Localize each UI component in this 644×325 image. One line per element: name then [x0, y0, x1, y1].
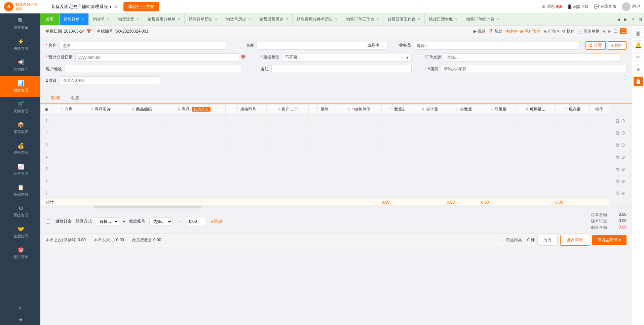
- table-cell[interactable]: [413, 187, 447, 199]
- customer-input[interactable]: [59, 42, 226, 50]
- view-button[interactable]: ▶ 视频: [473, 29, 486, 34]
- prev-record-icon[interactable]: ◀: [602, 29, 605, 34]
- table-cell[interactable]: [309, 175, 336, 187]
- table-cell[interactable]: [309, 139, 336, 151]
- right-panel-icon-5[interactable]: 📋: [634, 77, 643, 86]
- table-cell[interactable]: [336, 187, 382, 199]
- table-cell[interactable]: [336, 139, 382, 151]
- table-cell[interactable]: [382, 151, 413, 163]
- copy-icon[interactable]: ⊕: [621, 142, 625, 148]
- sidebar-item-enterprise[interactable]: 🤝 企业协同: [0, 222, 40, 243]
- shortcut-button[interactable]: 快捷键: [505, 29, 517, 34]
- tab-home[interactable]: 首页: [40, 13, 60, 26]
- close-tab-icon[interactable]: ✕: [248, 17, 251, 21]
- table-cell[interactable]: [481, 115, 516, 127]
- table-cell[interactable]: [555, 175, 590, 187]
- table-cell[interactable]: [382, 187, 413, 199]
- deposit-amount-input[interactable]: [187, 218, 207, 225]
- table-cell[interactable]: [382, 139, 413, 151]
- table-cell[interactable]: [336, 127, 382, 139]
- table-cell[interactable]: [413, 115, 447, 127]
- table-cell[interactable]: [413, 163, 447, 175]
- copy-icon[interactable]: ⊕: [621, 118, 625, 123]
- table-cell[interactable]: [121, 175, 162, 187]
- copy-icon[interactable]: ⊕: [621, 154, 625, 160]
- tab-summary[interactable]: 汇总: [65, 92, 85, 104]
- warehouse-input[interactable]: [257, 42, 388, 50]
- table-cell[interactable]: [309, 187, 336, 199]
- table-cell[interactable]: [225, 115, 267, 127]
- table-cell[interactable]: [225, 139, 267, 151]
- right-panel-icon-3[interactable]: ✏: [634, 52, 643, 62]
- close-tab-icon[interactable]: ✕: [496, 17, 499, 21]
- add-material-button[interactable]: + 物料: [608, 41, 627, 50]
- table-cell[interactable]: [80, 187, 121, 199]
- table-cell[interactable]: [515, 175, 555, 187]
- b-project-input[interactable]: [59, 76, 160, 84]
- list-view-icon[interactable]: ☶: [620, 28, 627, 34]
- delete-icon[interactable]: 🗑: [615, 142, 620, 148]
- scrollbar[interactable]: [40, 205, 632, 209]
- salesperson-input[interactable]: [414, 42, 579, 50]
- table-cell[interactable]: [309, 151, 336, 163]
- table-cell[interactable]: [80, 139, 121, 151]
- table-cell[interactable]: [336, 151, 382, 163]
- sidebar-collapse-button[interactable]: ◀: [0, 314, 40, 325]
- tab-sales-goods[interactable]: 销货单 ✕: [89, 13, 114, 26]
- remark-input[interactable]: [271, 65, 412, 73]
- table-cell[interactable]: [53, 187, 80, 199]
- table-cell[interactable]: [121, 127, 162, 139]
- copy-icon[interactable]: ⊕: [621, 191, 625, 196]
- app-download-button[interactable]: 📱 App下载: [567, 4, 589, 9]
- table-cell[interactable]: [267, 151, 309, 163]
- address-input[interactable]: [65, 65, 241, 73]
- invoice-type-select[interactable]: 不开票 ▾: [282, 53, 412, 62]
- table-cell[interactable]: [515, 127, 555, 139]
- table-cell[interactable]: [413, 175, 447, 187]
- table-cell[interactable]: [590, 175, 609, 187]
- table-cell[interactable]: [336, 175, 382, 187]
- one-click-checkbox-input[interactable]: [46, 219, 50, 224]
- table-cell[interactable]: [267, 115, 309, 127]
- settings-form-button[interactable]: ⚙ 设置: [585, 41, 606, 50]
- tab-expense-history[interactable]: 销售费用分摊单历史 ✕: [293, 13, 342, 26]
- tab-stats[interactable]: 销售订单统计表 ✕: [462, 13, 503, 26]
- close-tab-icon[interactable]: ✕: [286, 17, 288, 21]
- a-project-input[interactable]: [441, 65, 627, 73]
- table-cell[interactable]: [481, 187, 516, 199]
- help-button[interactable]: ❓ 帮助: [488, 29, 502, 34]
- table-cell[interactable]: [590, 115, 609, 127]
- table-cell[interactable]: [336, 115, 382, 127]
- table-cell[interactable]: [590, 163, 609, 175]
- messages-button[interactable]: ✉ 消息 9: [542, 4, 562, 9]
- table-cell[interactable]: [53, 151, 80, 163]
- table-cell[interactable]: [225, 127, 267, 139]
- order-source-input[interactable]: [444, 53, 620, 62]
- delivery-calendar-icon[interactable]: 📅: [239, 55, 247, 60]
- table-cell[interactable]: [225, 151, 267, 163]
- tab-return-history[interactable]: 销货退货历史 ✕: [255, 13, 293, 26]
- table-cell[interactable]: [413, 127, 447, 139]
- table-cell[interactable]: [481, 151, 516, 163]
- table-cell[interactable]: [447, 127, 481, 139]
- table-cell[interactable]: [225, 187, 267, 199]
- app-selector[interactable]: 装备及固定资产辅助管理系统 ▾: [51, 4, 112, 10]
- solution-button[interactable]: 体验行业方案: [123, 2, 159, 11]
- salesperson-dots-button[interactable]: ···: [579, 43, 585, 48]
- table-cell[interactable]: [447, 163, 481, 175]
- col-settings[interactable]: ⚙: [41, 105, 53, 115]
- table-cell[interactable]: [555, 115, 590, 127]
- tab-return[interactable]: 销货退货 ✕: [114, 13, 143, 26]
- table-cell[interactable]: [590, 187, 609, 199]
- delete-icon[interactable]: 🗑: [615, 191, 620, 196]
- table-cell[interactable]: [162, 187, 225, 199]
- table-cell[interactable]: [267, 139, 309, 151]
- table-cell[interactable]: [481, 163, 516, 175]
- table-cell[interactable]: [447, 151, 481, 163]
- table-cell[interactable]: [80, 151, 121, 163]
- discard-button[interactable]: 放弃: [537, 235, 558, 246]
- table-cell[interactable]: [309, 163, 336, 175]
- scroll-thumb[interactable]: [94, 206, 202, 208]
- save-draft-button[interactable]: 保存草稿: [560, 235, 589, 246]
- delete-icon[interactable]: 🗑: [615, 130, 620, 135]
